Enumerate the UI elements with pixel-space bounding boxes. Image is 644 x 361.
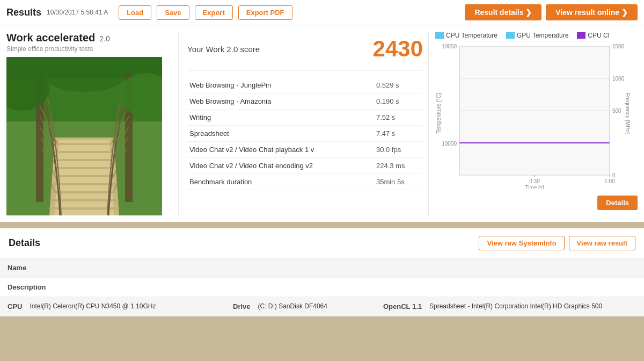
score-label: Your Work 2.0 score — [187, 45, 260, 54]
chart-legend: CPU Temperature GPU Temperature CPU Cl — [435, 32, 638, 39]
drive-cell: Drive (C: D:) SanDisk DF4064 — [225, 297, 376, 316]
desc-value — [64, 278, 644, 297]
test-value: 0.190 s — [365, 93, 423, 110]
temperature-chart: 10050 10000 1500 1000 500 0 Temperature … — [435, 44, 634, 189]
table-row: Spreadsheet 7.47 s — [187, 126, 423, 142]
score-value: 2430 — [373, 36, 423, 62]
table-row: Web Browsing - JunglePin 0.529 s — [187, 77, 423, 93]
cpu-label: CPU — [8, 302, 22, 311]
legend-gpu-temp-label: GPU Temperature — [517, 32, 569, 39]
view-raw-result-button[interactable]: View raw result — [569, 236, 635, 250]
svg-rect-10 — [51, 183, 118, 185]
svg-text:10000: 10000 — [442, 141, 457, 147]
benchmark-subtitle: Simple office productivity tests — [6, 45, 173, 53]
page-title: Results — [6, 7, 41, 18]
view-online-button[interactable]: View result online ❯ — [546, 4, 638, 20]
test-value: 30.0 fps — [365, 142, 423, 158]
test-value: 7.47 s — [365, 126, 423, 142]
svg-text:1:00: 1:00 — [604, 178, 615, 184]
chart-wrapper: 10050 10000 1500 1000 500 0 Temperature … — [435, 44, 638, 215]
opencl-label: OpenCL 1.1 — [383, 302, 422, 311]
svg-text:0:30: 0:30 — [529, 178, 540, 184]
view-raw-systeminfo-button[interactable]: View raw SystemInfo — [479, 236, 564, 250]
name-label: Name — [0, 258, 64, 277]
svg-rect-11 — [50, 191, 118, 193]
test-name: Writing — [187, 110, 365, 126]
desc-row: Description — [0, 278, 644, 297]
details-header-right: View raw SystemInfo View raw result — [479, 236, 635, 250]
legend-cpu-temp: CPU Temperature — [435, 32, 497, 39]
table-row: Writing 7.52 s — [187, 110, 423, 126]
left-panel: Work accelerated 2.0 Simple office produ… — [6, 32, 173, 215]
opencl-cell: OpenCL 1.1 Spreadsheet - Intel(R) Corpor… — [376, 297, 644, 316]
cpu-value: Intel(R) Celeron(R) CPU N3450 @ 1.10GHz — [25, 302, 156, 310]
hardware-row: CPU Intel(R) Celeron(R) CPU N3450 @ 1.10… — [0, 297, 644, 316]
export-button[interactable]: Export — [195, 5, 233, 20]
top-bar: Results 10/30/2017 5:58:41 A Load Save E… — [0, 0, 644, 25]
benchmark-table: Web Browsing - JunglePin 0.529 s Web Bro… — [187, 77, 423, 190]
test-name: Spreadsheet — [187, 126, 365, 142]
test-name: Video Chat v2 / Video Chat encoding v2 — [187, 158, 365, 174]
cpu-cl-color — [577, 32, 586, 39]
benchmark-version: 2.0 — [99, 34, 109, 43]
chart-details-button[interactable]: Details — [597, 196, 638, 210]
name-row: Name — [0, 258, 644, 278]
test-value: 0.529 s — [365, 77, 423, 93]
test-name: Web Browsing - Amazonia — [187, 93, 365, 110]
drive-label: Drive — [233, 302, 251, 311]
svg-text:500: 500 — [612, 108, 621, 114]
results-date: 10/30/2017 5:58:41 A — [47, 9, 108, 16]
result-details-button[interactable]: Result details ❯ — [465, 4, 541, 20]
legend-cpu-cl-label: CPU Cl — [588, 32, 609, 39]
svg-text:1500: 1500 — [612, 44, 625, 49]
cpu-cell: CPU Intel(R) Celeron(R) CPU N3450 @ 1.10… — [0, 297, 225, 316]
details-header: Details View raw SystemInfo View raw res… — [0, 228, 644, 258]
load-button[interactable]: Load — [119, 5, 151, 20]
svg-rect-8 — [55, 167, 113, 169]
benchmark-title: Work accelerated — [6, 32, 95, 44]
opencl-value: Spreadsheet - Intel(R) Corporation Intel… — [425, 302, 602, 310]
drive-value: (C: D:) SanDisk DF4064 — [254, 302, 327, 310]
details-section: Details View raw SystemInfo View raw res… — [0, 228, 644, 316]
table-row: Benchmark duration 35min 5s — [187, 174, 423, 190]
middle-panel: Your Work 2.0 score 2430 Web Browsing - … — [178, 32, 423, 215]
benchmark-image — [6, 57, 162, 215]
separator — [0, 222, 644, 228]
name-value — [64, 258, 644, 277]
svg-text:10050: 10050 — [442, 44, 457, 49]
bridge-svg — [6, 57, 162, 215]
score-header: Your Work 2.0 score 2430 — [187, 32, 423, 71]
test-name: Video Chat v2 / Video Chat playback 1 v — [187, 142, 365, 158]
legend-gpu-temp: GPU Temperature — [506, 32, 569, 39]
table-row: Web Browsing - Amazonia 0.190 s — [187, 93, 423, 110]
svg-text:Time [s]: Time [s] — [525, 185, 544, 189]
svg-text:Temperature [°C]: Temperature [°C] — [436, 93, 442, 134]
svg-text:0: 0 — [612, 172, 616, 178]
right-panel: CPU Temperature GPU Temperature CPU Cl — [428, 32, 638, 215]
test-value: 35min 5s — [365, 174, 423, 190]
test-name: Web Browsing - JunglePin — [187, 77, 365, 93]
save-button[interactable]: Save — [157, 5, 189, 20]
work-title: Work accelerated 2.0 — [6, 32, 173, 44]
test-name: Benchmark duration — [187, 174, 365, 190]
desc-label: Description — [0, 278, 64, 297]
svg-rect-9 — [56, 175, 113, 177]
results-row: Work accelerated 2.0 Simple office produ… — [0, 25, 644, 222]
cpu-temp-color — [435, 32, 444, 39]
test-value: 224.3 ms — [365, 158, 423, 174]
table-row: Video Chat v2 / Video Chat encoding v2 2… — [187, 158, 423, 174]
table-row: Video Chat v2 / Video Chat playback 1 v … — [187, 142, 423, 158]
top-bar-right: Result details ❯ View result online ❯ — [465, 4, 638, 20]
legend-cpu-temp-label: CPU Temperature — [446, 32, 497, 39]
export-pdf-button[interactable]: Export PDF — [238, 5, 292, 20]
legend-cpu-cl: CPU Cl — [577, 32, 609, 39]
svg-rect-6 — [54, 151, 114, 153]
svg-text:Frequency [MHz]: Frequency [MHz] — [625, 93, 631, 134]
svg-rect-5 — [54, 143, 115, 145]
details-title: Details — [9, 237, 40, 249]
gpu-temp-color — [506, 32, 515, 39]
svg-rect-7 — [55, 159, 114, 161]
test-value: 7.52 s — [365, 110, 423, 126]
svg-text:1000: 1000 — [612, 76, 625, 82]
